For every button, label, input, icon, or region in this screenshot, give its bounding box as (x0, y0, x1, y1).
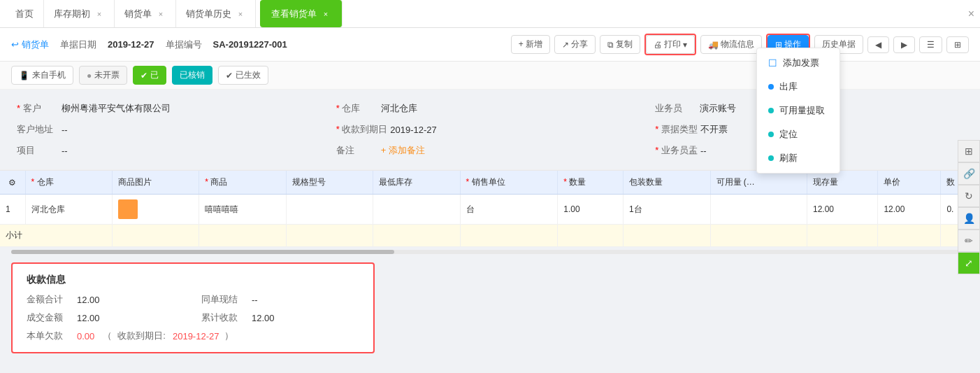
note-label: 备注 (336, 144, 378, 157)
tab-sales[interactable]: 销货单 × (115, 0, 176, 27)
tab-view-sales-close[interactable]: × (321, 9, 331, 19)
arrears-due-value: 2019-12-27 (173, 331, 219, 342)
ticket-type-value: 不开票 (700, 123, 728, 136)
tab-sales-close[interactable]: × (156, 9, 166, 19)
side-icon-expand[interactable]: ⤢ (958, 252, 980, 274)
row-num: 1 (0, 195, 25, 225)
tab-bar-close-icon[interactable]: × (968, 8, 974, 20)
list-view-button[interactable]: ☰ (919, 36, 942, 53)
arrears-label: 本单欠款 (27, 330, 71, 342)
new-button[interactable]: + 新增 (511, 35, 550, 54)
total-row: 金额合计 12.00 (27, 293, 185, 306)
col-warehouse: 仓库 (25, 171, 112, 195)
number-label: 单据编号 (166, 38, 202, 51)
project-value: -- (62, 146, 68, 156)
doc-type: ↩ 销货单 (11, 38, 49, 51)
ticket-type-label: 票据类型 (655, 123, 698, 136)
cumulative-row: 累计收款 12.00 (201, 311, 359, 324)
row-spec (286, 195, 373, 225)
side-icon-4[interactable]: 👤 (958, 207, 980, 230)
dropdown-available-extract[interactable]: 可用量提取 (757, 99, 840, 122)
project-row: 项目 -- (11, 140, 331, 161)
share-button[interactable]: ↗ 分享 (554, 35, 596, 54)
print-dropdown-icon: ▾ (683, 40, 687, 50)
cumulative-label: 累计收款 (201, 311, 246, 324)
dropdown-add-invoice[interactable]: ☐ 添加发票 (757, 51, 840, 75)
salesperson-label: 业务员 (655, 102, 697, 115)
col-min-stock: 最低库存 (373, 171, 460, 195)
deal-amount-value: 12.00 (77, 313, 100, 323)
date-value: 2019-12-27 (108, 39, 154, 50)
customer-label: 客户 (17, 102, 59, 115)
copy-icon: ⧉ (607, 40, 614, 50)
total-label: 金额合计 (27, 293, 71, 306)
col-price: 单价 (878, 171, 941, 195)
tab-inventory-init-close[interactable]: × (94, 9, 104, 19)
bottom-section: 收款信息 金额合计 12.00 同单现结 -- 成交金额 12.00 累计收款 … (0, 254, 980, 362)
side-icon-3[interactable]: ↻ (958, 185, 980, 207)
same-order-label: 同单现结 (201, 293, 246, 306)
col-qty: 数量 (558, 171, 624, 195)
effective-icon: ✔ (226, 71, 233, 80)
dropdown-outbound[interactable]: 出库 (757, 75, 840, 99)
product-table-wrapper: ⚙ 仓库 商品图片 商品 规格型号 最低库存 销售单位 数量 包装数量 可用量 … (0, 170, 980, 247)
print-icon: 🖨 (654, 40, 662, 50)
print-button[interactable]: 🖨 打印 ▾ (646, 35, 695, 54)
tab-home[interactable]: 首页 (6, 0, 44, 27)
payment-date-value: 2019-12-27 (390, 125, 437, 135)
side-icon-5[interactable]: ✏ (958, 230, 980, 252)
check-icon: ✔ (140, 71, 147, 80)
check-button[interactable]: ✔ 已 (133, 66, 166, 85)
row-min-stock (373, 195, 460, 225)
prev-button[interactable]: ◀ (867, 36, 889, 53)
col-image: 商品图片 (112, 171, 199, 195)
payment-box: 收款信息 金额合计 12.00 同单现结 -- 成交金额 12.00 累计收款 … (11, 262, 375, 353)
tab-inventory-init[interactable]: 库存期初 × (44, 0, 115, 27)
cumulative-value: 12.00 (252, 313, 275, 323)
row-pack-qty: 1台 (624, 195, 710, 225)
number-value: SA-20191227-001 (213, 39, 287, 50)
copy-button[interactable]: ⧉ 复制 (600, 35, 640, 54)
warehouse-value: 河北仓库 (381, 102, 417, 115)
customer-value: 柳州粤港平安气体有限公司 (62, 102, 171, 115)
note-row: 备注 + 添加备注 (331, 140, 650, 161)
effective-button[interactable]: ✔ 已生效 (218, 66, 268, 85)
side-icon-2[interactable]: 🔗 (958, 162, 980, 185)
outbound-dot-icon (768, 84, 774, 90)
phone-icon: 📱 (19, 71, 29, 80)
row-current-stock: 12.00 (807, 195, 877, 225)
tab-sales-history[interactable]: 销货单历史 × (176, 0, 256, 27)
logistics-button[interactable]: 🚚 物流信息 (700, 35, 762, 54)
row-qty: 1.00 (558, 195, 624, 225)
address-value: -- (62, 125, 68, 135)
customer-row: 客户 柳州粤港平安气体有限公司 (11, 98, 331, 119)
table-row: 1 河北仓库 嘻嘻嘻嘻 台 1.00 1台 12.00 12.00 0. (0, 195, 980, 225)
arrears-due-label: 收款到期日: (117, 330, 166, 342)
sold-button[interactable]: 已核销 (172, 66, 212, 85)
payment-title: 收款信息 (27, 274, 359, 286)
tab-sales-history-close[interactable]: × (236, 9, 245, 19)
row-available (710, 195, 807, 225)
toolbar: + 新增 ↗ 分享 ⧉ 复制 🖨 打印 ▾ 🚚 物流信息 ⊞ 操作 历史单据 (511, 34, 969, 55)
row-image (112, 195, 199, 225)
doc-type-icon: ↩ (11, 39, 19, 50)
next-button[interactable]: ▶ (893, 36, 915, 53)
doc-type-label: 销货单 (22, 38, 49, 51)
dropdown-refresh[interactable]: 刷新 (757, 146, 840, 170)
grid-view-button[interactable]: ⊞ (946, 36, 969, 53)
dropdown-locate[interactable]: 定位 (757, 122, 840, 146)
col-current-stock: 现存量 (807, 171, 877, 195)
payment-date-label: 收款到期日 (336, 123, 388, 136)
print-button-wrapper: 🖨 打印 ▾ (644, 34, 696, 55)
not-open-button[interactable]: ● 未开票 (79, 66, 127, 85)
share-icon: ↗ (562, 40, 569, 50)
add-note-btn[interactable]: + 添加备注 (381, 144, 425, 157)
arrears-value: 0.00 (77, 331, 94, 342)
phone-button[interactable]: 📱 来自手机 (11, 66, 73, 85)
arrears-note-close: ） (224, 330, 233, 342)
tab-bar: 首页 库存期初 × 销货单 × 销货单历史 × 查看销货单 × × (0, 0, 980, 28)
tab-view-sales[interactable]: 查看销货单 × (260, 0, 343, 27)
side-icon-1[interactable]: ⊞ (958, 140, 980, 162)
doc-meta: 单据日期 2019-12-27 单据编号 SA-20191227-001 (60, 38, 287, 51)
locate-dot-icon (768, 132, 774, 137)
